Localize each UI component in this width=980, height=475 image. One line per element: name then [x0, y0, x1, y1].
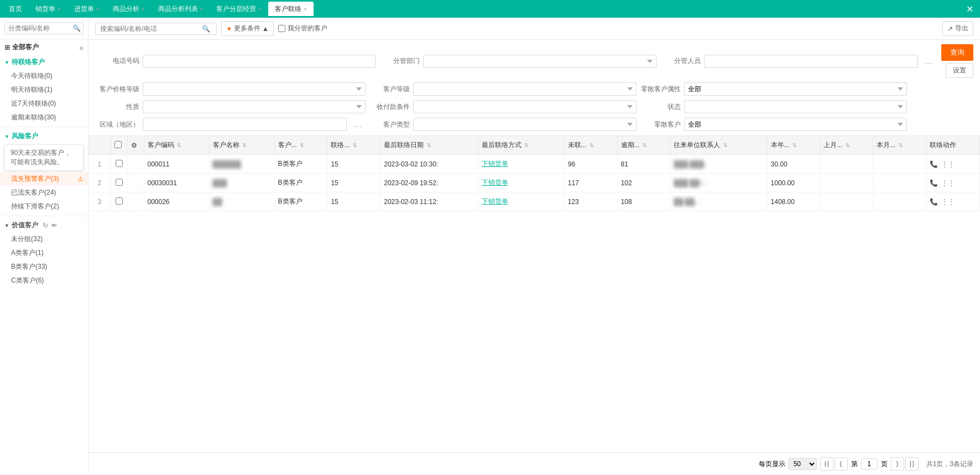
th-not-contacted[interactable]: 未联... ⇅: [564, 136, 617, 155]
cell-last-method[interactable]: 下销货单: [478, 155, 564, 174]
tab-customer-contact-close[interactable]: ×: [304, 6, 307, 12]
toolbar-search-input[interactable]: [100, 25, 200, 33]
sidebar-collapse-button[interactable]: «: [79, 43, 84, 52]
th-last-date[interactable]: 最后联络日期 ⇅: [380, 136, 478, 155]
filter-person-dots[interactable]: …: [921, 56, 937, 66]
per-page-select[interactable]: 50 10 20 100: [789, 458, 817, 470]
sidebar-item-tomorrow[interactable]: 明天待联络(1): [0, 83, 88, 97]
window-close-button[interactable]: ✕: [962, 4, 978, 14]
cell-checkbox[interactable]: [111, 155, 127, 174]
cell-checkbox[interactable]: [111, 174, 127, 192]
sidebar-item-churned[interactable]: 已流失客户(24): [0, 186, 88, 200]
th-type[interactable]: 客户... ⇅: [274, 136, 327, 155]
th-code[interactable]: 客户编码 ⇅: [144, 136, 209, 155]
tab-purchase-close[interactable]: ×: [96, 6, 100, 12]
tab-sales[interactable]: 销货单 ×: [29, 2, 67, 16]
filter-cust-type-select[interactable]: [413, 118, 636, 131]
export-button[interactable]: ↗ 导出: [942, 21, 973, 36]
tab-customer-contact[interactable]: 客户联络 ×: [268, 2, 314, 16]
row-checkbox[interactable]: [116, 179, 123, 186]
cell-index: 3: [88, 192, 111, 211]
filter-region-dots[interactable]: …: [350, 119, 366, 129]
sidebar-item-declining[interactable]: 持续下滑客户(2): [0, 200, 88, 213]
query-button[interactable]: 查询: [941, 44, 973, 61]
filter-region-input[interactable]: [143, 118, 347, 131]
tab-purchase[interactable]: 进货单 ×: [67, 2, 106, 16]
sidebar-group-risk[interactable]: ▼ 风险客户: [0, 129, 88, 143]
settings-button[interactable]: 设置: [946, 63, 973, 78]
sidebar-item-class-b[interactable]: B类客户(33): [0, 260, 88, 274]
tab-customer-tier-close[interactable]: ×: [258, 6, 262, 12]
last-method-link[interactable]: 下销货单: [482, 179, 508, 186]
sidebar-group-pending[interactable]: ▼ 待联络客户: [0, 55, 88, 69]
refresh-icon[interactable]: ↻: [43, 222, 48, 229]
tab-product-list-close[interactable]: ×: [200, 6, 204, 12]
call-icon[interactable]: 📞: [930, 160, 938, 168]
th-settings[interactable]: ⚙: [127, 136, 144, 155]
th-contact[interactable]: 联络... ⇅: [327, 136, 380, 155]
filter-dept-select[interactable]: [423, 55, 656, 68]
more-icon[interactable]: ⋮⋮: [941, 198, 955, 206]
filter-person-input[interactable]: [704, 55, 918, 68]
cell-actions[interactable]: 📞 ⋮⋮: [926, 192, 980, 211]
sidebar-item-overdue[interactable]: 逾期未联络(30): [0, 111, 88, 124]
cell-actions[interactable]: 📞 ⋮⋮: [926, 174, 980, 192]
edit-icon[interactable]: ✏: [51, 222, 57, 229]
row-checkbox[interactable]: [116, 160, 123, 167]
filter-cust-grade-select[interactable]: [413, 82, 636, 96]
select-all-checkbox[interactable]: [114, 141, 122, 148]
sidebar-item-churn-warning[interactable]: 流失预警客户(3) ⚠: [0, 172, 88, 186]
cell-actions[interactable]: 📞 ⋮⋮: [926, 155, 980, 174]
th-this-month[interactable]: 本月... ⇅: [873, 136, 926, 155]
my-customers-checkbox-label[interactable]: 我分管的客户: [278, 24, 327, 33]
tab-product-list[interactable]: 商品分析列表 ×: [152, 2, 210, 16]
more-filter-button[interactable]: ▼ 更多条件 ▲: [221, 21, 274, 36]
sidebar-item-class-c[interactable]: C类客户(6): [0, 274, 88, 288]
sidebar-group-value[interactable]: ▼ 价值客户 ↻ ✏: [0, 218, 88, 232]
sort-icon-contact: ⇅: [353, 143, 357, 148]
more-icon[interactable]: ⋮⋮: [941, 160, 955, 168]
th-name[interactable]: 客户名称 ⇅: [209, 136, 274, 155]
sidebar-all-customers[interactable]: ⊞ 全部客户 «: [0, 39, 88, 55]
filter-status-select[interactable]: [684, 100, 907, 113]
th-last-month[interactable]: 上月... ⇅: [820, 136, 873, 155]
last-method-link[interactable]: 下销货单: [482, 197, 508, 205]
filter-cust-grade: 客户等级: [366, 82, 636, 96]
call-icon[interactable]: 📞: [930, 198, 938, 206]
last-page-button[interactable]: ⟩⟩: [905, 457, 919, 471]
filter-nature-select[interactable]: [143, 100, 366, 113]
filter-zero-cust-select[interactable]: 全部: [684, 118, 907, 131]
sidebar-item-ungrouped[interactable]: 未分组(32): [0, 232, 88, 246]
tab-customer-tier[interactable]: 客户分层经营 ×: [210, 2, 268, 16]
tab-sales-close[interactable]: ×: [58, 6, 61, 12]
next-page-button[interactable]: ⟩: [891, 457, 904, 471]
filter-price-grade-select[interactable]: [143, 82, 366, 96]
sidebar-item-class-a[interactable]: A类客户(1): [0, 246, 88, 260]
page-input[interactable]: [861, 458, 878, 469]
cell-last-method[interactable]: 下销货单: [478, 192, 564, 211]
th-last-method[interactable]: 最后联络方式 ⇅: [478, 136, 564, 155]
my-customers-checkbox[interactable]: [278, 25, 285, 32]
prev-page-button[interactable]: ⟨: [835, 457, 848, 471]
tab-home[interactable]: 首页: [2, 2, 29, 16]
filter-zero-attr-select[interactable]: 全部: [684, 82, 907, 96]
call-icon[interactable]: 📞: [930, 179, 938, 187]
cell-last-method[interactable]: 下销货单: [478, 174, 564, 192]
th-overdue[interactable]: 逾期... ⇅: [617, 136, 670, 155]
th-contact-person[interactable]: 往来单位联系人 ⇅: [670, 136, 767, 155]
cell-checkbox[interactable]: [111, 192, 127, 211]
filter-payment-select[interactable]: [413, 100, 636, 113]
sidebar-item-7days[interactable]: 近7天待联络(0): [0, 97, 88, 111]
sidebar-item-churned-label: 已流失客户(24): [11, 188, 56, 197]
row-checkbox[interactable]: [116, 197, 123, 205]
filter-phone-input[interactable]: [143, 55, 376, 68]
sidebar-search-input[interactable]: [4, 22, 84, 34]
first-page-button[interactable]: ⟨⟨: [820, 457, 833, 471]
th-checkbox[interactable]: [111, 136, 127, 155]
more-icon[interactable]: ⋮⋮: [941, 179, 955, 187]
th-this-year[interactable]: 本年... ⇅: [767, 136, 820, 155]
tab-product-analysis[interactable]: 商品分析 ×: [106, 2, 152, 16]
sidebar-item-today[interactable]: 今天待联络(0): [0, 69, 88, 83]
last-method-link[interactable]: 下销货单: [482, 160, 508, 168]
tab-product-analysis-close[interactable]: ×: [142, 6, 145, 12]
